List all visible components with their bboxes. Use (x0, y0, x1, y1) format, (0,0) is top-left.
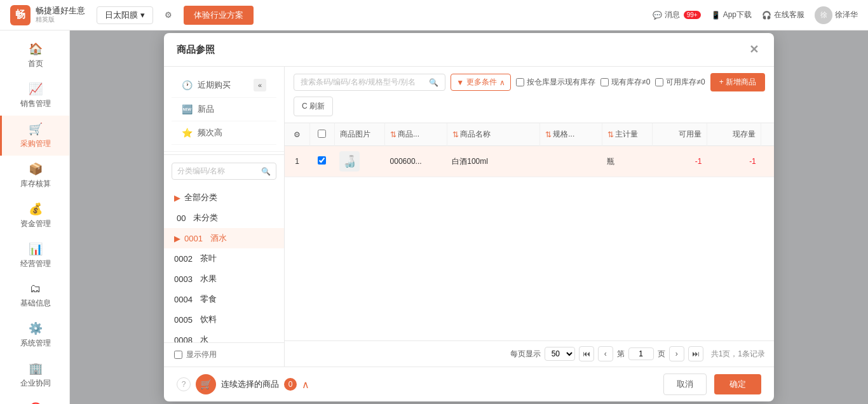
sort-icon-spec: ⇅ (545, 130, 552, 139)
row-checkbox[interactable] (318, 156, 326, 165)
collapse-footer-icon[interactable]: ∧ (302, 379, 309, 391)
th-product-code[interactable]: ⇅ 商品... (385, 123, 447, 146)
content-area: 商品参照 ✕ 🕐 近期购买 « (70, 30, 868, 404)
sales-icon: 📈 (29, 82, 43, 96)
td-product-thumb: 🍶 (334, 146, 384, 177)
table-header-row: ⚙ 商品图片 (285, 123, 774, 146)
checkbox-current-stock[interactable]: 现有库存≠0 (600, 77, 650, 88)
arrow-icon-0001: ▶ (174, 234, 180, 243)
th-unit[interactable]: ⇅ 主计量 (602, 123, 652, 146)
home-icon: 🏠 (29, 42, 43, 56)
first-page-button[interactable]: ⏮ (579, 346, 594, 361)
th-product-name[interactable]: ⇅ 商品名称 (447, 123, 540, 146)
product-search-icon[interactable]: 🔍 (429, 78, 438, 87)
nav-right: 💬 消息 99+ 📱 App下载 🎧 在线客服 徐 徐泽华 (653, 6, 858, 24)
product-table: ⚙ 商品图片 (285, 123, 774, 177)
current-stock-checkbox[interactable] (600, 78, 609, 86)
sidebar-item-sales[interactable]: 📈 销售管理 (0, 76, 69, 116)
page-number-input[interactable] (628, 347, 654, 360)
th-settings: ⚙ (285, 123, 309, 146)
sidebar-item-finance[interactable]: 💰 资金管理 (0, 196, 69, 236)
sidebar-item-operation[interactable]: 📊 经营管理 (0, 236, 69, 276)
finance-icon: 💰 (29, 202, 43, 216)
warehouse-stock-checkbox[interactable] (516, 78, 524, 86)
help-icon[interactable]: ? (177, 377, 191, 391)
next-page-button[interactable]: › (669, 346, 684, 361)
category-0008[interactable]: 0008 水 (164, 330, 284, 342)
modal-overlay: 商品参照 ✕ 🕐 近期购买 « (70, 30, 868, 404)
select-all-checkbox[interactable] (318, 130, 326, 138)
sidebar-item-purchase[interactable]: 🛒 采购管理 (0, 116, 69, 156)
enterprise-icon: 🏢 (29, 361, 43, 375)
sidebar-item-home[interactable]: 🏠 首页 (0, 36, 69, 76)
top-nav: 畅 畅捷通好生意 精英版 日太阳膜 ▾ ⚙ 体验行业方案 💬 消息 99+ 📱 … (0, 0, 868, 30)
checkbox-warehouse-stock[interactable]: 按仓库显示现有库存 (516, 77, 595, 88)
category-0003[interactable]: 0003 水果 (164, 269, 284, 289)
modal-title: 商品参照 (177, 44, 215, 56)
sort-icon-unit: ⇅ (607, 130, 614, 139)
left-panel: 🕐 近期购买 « 🆕 新品 ⭐ 频次高 (164, 67, 285, 367)
th-product-image: 商品图片 (334, 123, 384, 146)
cta-button[interactable]: 体验行业方案 (184, 6, 254, 25)
th-scroll (761, 123, 774, 146)
cart-count-badge: 0 (284, 378, 297, 391)
nav-customer-service[interactable]: 🎧 在线客服 (762, 10, 804, 20)
category-0002[interactable]: 0002 茶叶 (164, 248, 284, 269)
refresh-button[interactable]: C 刷新 (294, 97, 333, 116)
chevron-up-icon: ∧ (499, 78, 505, 87)
nav-item-frequent[interactable]: ⭐ 频次高 (172, 121, 276, 145)
td-stock: -1 (707, 146, 761, 177)
nav-item-recent[interactable]: 🕐 近期购买 « (172, 73, 276, 98)
left-panel-nav: 🕐 近期购买 « 🆕 新品 ⭐ 频次高 (172, 73, 276, 145)
category-0001[interactable]: ▶ 0001 酒水 (164, 228, 284, 248)
filter-icon: ▼ (456, 78, 464, 87)
show-disabled-checkbox[interactable] (174, 351, 182, 359)
modal-close-button[interactable]: ✕ (746, 42, 761, 57)
message-badge: 99+ (684, 11, 701, 19)
column-settings-icon[interactable]: ⚙ (294, 130, 301, 139)
td-checkbox (309, 146, 334, 177)
settings-icon[interactable]: ⚙ (158, 5, 179, 25)
category-00[interactable]: 00 未分类 (164, 208, 284, 228)
modal-body: 🕐 近期购买 « 🆕 新品 ⭐ 频次高 (164, 67, 774, 367)
sidebar-item-inventory[interactable]: 📦 库存核算 (0, 156, 69, 196)
checkbox-available-stock[interactable]: 可用库存≠0 (655, 77, 705, 88)
category-0004[interactable]: 0004 零食 (164, 289, 284, 309)
prev-page-button[interactable]: ‹ (598, 346, 613, 361)
nav-user[interactable]: 徐 徐泽华 (815, 6, 858, 24)
nav-message[interactable]: 💬 消息 99+ (653, 10, 701, 20)
sidebar-item-enterprise[interactable]: 🏢 企业协同 (0, 355, 69, 395)
nav-app-download[interactable]: 📱 App下载 (711, 10, 752, 20)
td-unit: 瓶 (602, 146, 652, 177)
chevron-down-icon: ▾ (140, 10, 145, 20)
system-icon: ⚙️ (29, 321, 43, 335)
show-disabled-area: 显示停用 (164, 342, 284, 367)
td-spec (540, 146, 602, 177)
table-row[interactable]: 1 🍶 (285, 146, 774, 177)
available-stock-checkbox[interactable] (655, 78, 663, 86)
category-all[interactable]: ▶ 全部分类 (164, 187, 284, 208)
confirm-button[interactable]: 确定 (714, 374, 761, 394)
store-selector[interactable]: 日太阳膜 ▾ (97, 6, 153, 24)
sidebar-item-basic-info[interactable]: 🗂 基础信息 (0, 276, 69, 315)
product-table-wrap: ⚙ 商品图片 (285, 123, 774, 340)
td-available: -1 (653, 146, 707, 177)
last-page-button[interactable]: ⏭ (688, 346, 703, 361)
search-icon[interactable]: 🔍 (261, 167, 271, 176)
left-panel-top: 🕐 近期购买 « 🆕 新品 ⭐ 频次高 (164, 67, 284, 152)
td-code: 000600... (385, 146, 447, 177)
category-0005[interactable]: 0005 饮料 (164, 309, 284, 330)
logo-area: 畅 畅捷通好生意 精英版 (10, 5, 86, 25)
more-conditions-button[interactable]: ▼ 更多条件 ∧ (451, 74, 511, 91)
add-product-button[interactable]: + 新增商品 (710, 73, 765, 91)
sidebar-item-guide[interactable]: 🎯 新手引导 (0, 395, 69, 404)
sidebar-item-system[interactable]: ⚙️ 系统管理 (0, 315, 69, 355)
per-page-select[interactable]: 50 (545, 347, 575, 361)
collapse-button[interactable]: « (254, 79, 266, 91)
th-spec[interactable]: ⇅ 规格... (540, 123, 602, 146)
search-placeholder: 分类编码/名称 (177, 166, 261, 177)
nav-item-new[interactable]: 🆕 新品 (172, 98, 276, 121)
cart-area: ? 🛒 连续选择的商品 0 ∧ (177, 374, 656, 394)
td-name: 白酒100ml (447, 146, 540, 177)
cancel-button[interactable]: 取消 (663, 374, 707, 395)
